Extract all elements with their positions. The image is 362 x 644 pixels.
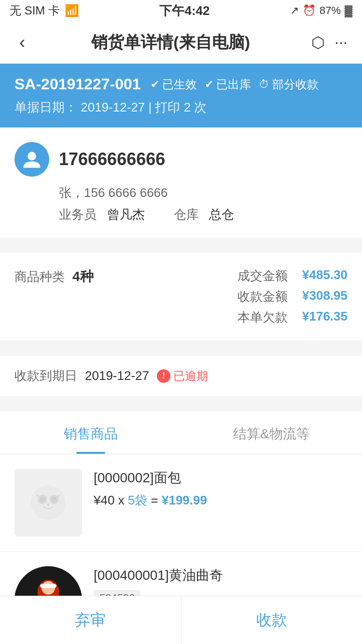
nav-bar: ‹ 销货单详情(来自电脑) ⬡ ···: [0, 21, 362, 64]
check-icon-1: ✔: [151, 78, 159, 91]
product-price-1: ¥40 x 5袋 = ¥199.99: [94, 492, 348, 509]
battery-label: 87%: [320, 4, 341, 17]
amount-value: ¥485.30: [302, 267, 348, 284]
product-total-1: ¥199.99: [162, 493, 207, 507]
cancel-button[interactable]: 弃审: [0, 596, 181, 644]
salesperson-row: 业务员 曾凡杰: [59, 206, 145, 223]
warehouse-value: 总仓: [209, 207, 234, 222]
product-unit-price-1: ¥40: [94, 493, 114, 507]
product-image-1: [14, 469, 82, 536]
customer-meta: 业务员 曾凡杰 仓库 总仓: [14, 206, 348, 223]
svg-rect-16: [40, 584, 56, 588]
carrier-label: 无 SIM 卡: [10, 3, 60, 18]
divider-2: [0, 348, 362, 356]
status-active: ✔ 已生效: [151, 77, 197, 92]
warehouse-label: 仓库: [174, 207, 199, 222]
avatar: [14, 142, 49, 177]
salesperson-value: 曾凡杰: [107, 207, 145, 222]
check-icon-2: ✔: [205, 78, 213, 91]
status-partial: ⏱ 部分收款: [259, 77, 319, 92]
tabs-section: 销售商品 结算&物流等: [0, 411, 362, 454]
tab-settlement[interactable]: 结算&物流等: [181, 411, 362, 454]
customer-id: 17666666666: [59, 149, 165, 169]
svg-point-9: [42, 581, 55, 595]
bottom-actions: 弃审 收款: [0, 596, 362, 644]
overdue-text: 已逾期: [173, 368, 208, 384]
share-icon[interactable]: ⬡: [311, 33, 325, 52]
types-count: 4种: [72, 267, 94, 286]
confirm-button[interactable]: 收款: [181, 596, 362, 644]
tabs-row: 销售商品 结算&物流等: [0, 411, 362, 454]
status-bar-right: ↗ ⏰ 87% ▓: [290, 4, 352, 17]
status-badges: ✔ 已生效 ✔ 已出库 ⏱ 部分收款: [151, 77, 319, 92]
wifi-icon: 📶: [65, 4, 79, 17]
order-id: SA-20191227-001: [14, 75, 141, 93]
clock-icon: ⏱: [259, 78, 269, 91]
status-shipped: ✔ 已出库: [205, 77, 251, 92]
product-info-1: [0000002]面包 ¥40 x 5袋 = ¥199.99: [94, 469, 348, 509]
due-date-value: 2019-12-27: [85, 368, 149, 383]
owed-amount-row: 本单欠款 ¥176.35: [237, 309, 348, 326]
due-section: 收款到期日 2019-12-27 ! 已逾期: [0, 356, 362, 396]
types-label: 商品种类: [14, 268, 65, 285]
total-amount-row: 成交金额 ¥485.30: [237, 267, 348, 284]
product-name-1: [0000002]面包: [94, 469, 348, 487]
product-name-2: [000400001]黄油曲奇: [94, 566, 348, 585]
tab-products-label: 销售商品: [64, 426, 118, 441]
owed-label: 本单欠款: [237, 309, 288, 326]
product-types: 商品种类 4种: [14, 267, 94, 286]
divider-3: [0, 404, 362, 411]
status-bar: 无 SIM 卡 📶 下午4:42 ↗ ⏰ 87% ▓: [0, 0, 362, 21]
location-icon: ↗: [290, 4, 299, 17]
order-date-value: 2019-12-27: [81, 100, 145, 114]
overdue-icon: !: [157, 369, 170, 383]
svg-point-0: [28, 152, 36, 161]
print-info: | 打印 2 次: [148, 100, 207, 114]
product-qty-1: 5袋: [128, 493, 147, 507]
received-amount-row: 收款金额 ¥308.95: [237, 288, 348, 305]
warehouse-row: 仓库 总仓: [174, 206, 235, 223]
order-header: SA-20191227-001 ✔ 已生效 ✔ 已出库 ⏱ 部分收款 单据日期：…: [0, 64, 362, 127]
divider-1: [0, 245, 362, 253]
amounts: 成交金额 ¥485.30 收款金额 ¥308.95 本单欠款 ¥176.35: [237, 267, 348, 326]
amount-label: 成交金额: [237, 267, 288, 284]
order-date-row: 单据日期： 2019-12-27 | 打印 2 次: [14, 99, 348, 116]
nav-actions: ⬡ ···: [311, 33, 348, 52]
product-card-1: [0000002]面包 ¥40 x 5袋 = ¥199.99: [0, 454, 362, 551]
page-title: 销货单详情(来自电脑): [91, 31, 250, 54]
overdue-badge: ! 已逾期: [157, 368, 208, 384]
tab-products[interactable]: 销售商品: [0, 411, 181, 454]
date-label: 单据日期：: [14, 100, 77, 114]
summary-section: 商品种类 4种 成交金额 ¥485.30 收款金额 ¥308.95 本单欠款 ¥…: [0, 253, 362, 340]
status-bar-left: 无 SIM 卡 📶: [10, 3, 79, 18]
status-bar-time: 下午4:42: [159, 2, 209, 19]
received-value: ¥308.95: [302, 288, 348, 305]
salesperson-label: 业务员: [59, 207, 97, 222]
battery-icon: ▓: [345, 4, 352, 17]
customer-section: 17666666666 张，156 6666 6666 业务员 曾凡杰 仓库 总…: [0, 127, 362, 238]
summary-row: 商品种类 4种 成交金额 ¥485.30 收款金额 ¥308.95 本单欠款 ¥…: [14, 267, 348, 326]
more-icon[interactable]: ···: [334, 33, 348, 51]
back-button[interactable]: ‹: [14, 28, 30, 57]
owed-value: ¥176.35: [302, 309, 348, 326]
tab-settlement-label: 结算&物流等: [233, 426, 310, 441]
customer-contact: 张，156 6666 6666: [14, 184, 348, 201]
received-label: 收款金额: [237, 288, 288, 305]
customer-top: 17666666666: [14, 142, 348, 177]
due-label: 收款到期日: [14, 367, 77, 384]
alarm-icon: ⏰: [303, 4, 316, 17]
